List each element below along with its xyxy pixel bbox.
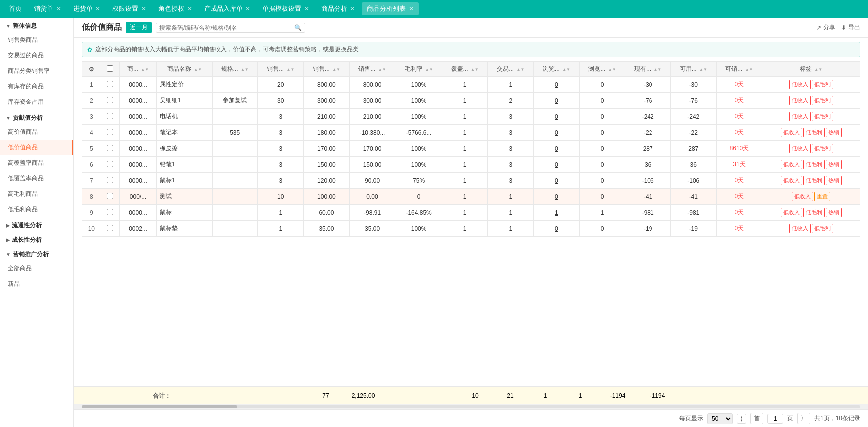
scroll-thumb[interactable] <box>82 405 237 408</box>
sidebar-group-overall[interactable]: ▼ 整体信息 <box>0 18 73 32</box>
sidebar-group-growth[interactable]: ▶ 成长性分析 <box>0 232 73 246</box>
view1-link[interactable]: 0 <box>555 161 558 168</box>
row-checkbox[interactable] <box>107 225 113 231</box>
view1-link[interactable]: 0 <box>555 97 558 104</box>
col-sales-avg[interactable]: 销售... ▲▼ <box>349 62 395 77</box>
row-view1[interactable]: 0 <box>534 93 580 109</box>
sort-code[interactable]: ▲▼ <box>141 67 149 72</box>
sort-available[interactable]: ▲▼ <box>699 67 707 72</box>
sort-tag[interactable]: ▲▼ <box>814 67 822 72</box>
sidebar-group-flow[interactable]: ▶ 流通性分析 <box>0 217 73 232</box>
row-view1[interactable]: 0 <box>534 109 580 125</box>
row-view1[interactable]: 0 <box>534 77 580 93</box>
sidebar-item-high-margin[interactable]: 高毛利商品 <box>0 186 73 202</box>
nav-home[interactable]: 首页 <box>4 2 27 15</box>
sidebar-group-contribution[interactable]: ▼ 贡献值分析 <box>0 110 73 124</box>
scroll-track[interactable] <box>82 405 860 408</box>
row-view1[interactable]: 0 <box>534 141 580 157</box>
col-sales-amt[interactable]: 销售... ▲▼ <box>304 62 350 77</box>
col-view1[interactable]: 浏览... ▲▼ <box>534 62 580 77</box>
sidebar-item-sales-products[interactable]: 销售类商品 <box>0 32 73 48</box>
view1-link[interactable]: 0 <box>555 225 558 232</box>
row-check-cell[interactable] <box>101 157 119 173</box>
sort-gross-rate[interactable]: ▲▼ <box>425 67 433 72</box>
view1-link[interactable]: 0 <box>555 129 558 136</box>
row-view1[interactable]: 1 <box>534 205 580 221</box>
col-view2[interactable]: 浏览... ▲▼ <box>579 62 625 77</box>
sort-view1[interactable]: ▲▼ <box>562 67 570 72</box>
row-view1[interactable]: 0 <box>534 173 580 189</box>
nav-permission[interactable]: 权限设置 ✕ <box>107 2 151 15</box>
sidebar-item-all-products[interactable]: 全部商品 <box>0 261 73 276</box>
nav-close-sales[interactable]: ✕ <box>56 5 61 12</box>
row-check-cell[interactable] <box>101 221 119 237</box>
sort-sellable[interactable]: ▲▼ <box>745 67 753 72</box>
col-sales-qty[interactable]: 销售... ▲▼ <box>258 62 304 77</box>
nav-close-analysis-list[interactable]: ✕ <box>409 5 414 12</box>
col-trade[interactable]: 交易... ▲▼ <box>488 62 534 77</box>
sort-sales-qty[interactable]: ▲▼ <box>287 67 295 72</box>
row-checkbox[interactable] <box>107 193 113 199</box>
row-checkbox[interactable] <box>107 145 113 151</box>
row-checkbox[interactable] <box>107 161 113 167</box>
row-checkbox[interactable] <box>107 97 113 103</box>
nav-analysis[interactable]: 商品分析 ✕ <box>316 2 360 15</box>
select-all-checkbox[interactable] <box>107 65 113 72</box>
nav-close-template[interactable]: ✕ <box>304 5 309 12</box>
sort-spec[interactable]: ▲▼ <box>241 67 249 72</box>
row-view1[interactable]: 0 <box>534 221 580 237</box>
sidebar-item-traded-products[interactable]: 交易过的商品 <box>0 48 73 63</box>
sidebar-item-new-products[interactable]: 新品 <box>0 276 73 292</box>
row-checkbox[interactable] <box>107 209 113 215</box>
sort-trade[interactable]: ▲▼ <box>517 67 525 72</box>
col-stock[interactable]: 现有... ▲▼ <box>625 62 671 77</box>
nav-close-permission[interactable]: ✕ <box>141 5 146 12</box>
col-tag[interactable]: 标签 ▲▼ <box>762 62 860 77</box>
row-view1[interactable]: 0 <box>534 125 580 141</box>
search-input[interactable] <box>159 24 294 31</box>
row-check-cell[interactable] <box>101 125 119 141</box>
sidebar-item-low-coverage[interactable]: 低覆盖率商品 <box>0 171 73 186</box>
row-check-cell[interactable] <box>101 141 119 157</box>
row-check-cell[interactable] <box>101 189 119 205</box>
row-checkbox[interactable] <box>107 113 113 119</box>
col-gross-rate[interactable]: 毛利率 ▲▼ <box>395 62 442 77</box>
view1-link[interactable]: 0 <box>555 113 558 120</box>
nav-analysis-list[interactable]: 商品分析列表 ✕ <box>362 2 419 15</box>
nav-template[interactable]: 单据模板设置 ✕ <box>257 2 314 15</box>
nav-role[interactable]: 角色授权 ✕ <box>153 2 197 15</box>
sort-sales-amt[interactable]: ▲▼ <box>332 67 340 72</box>
view1-link[interactable]: 0 <box>555 81 558 88</box>
row-check-cell[interactable] <box>101 173 119 189</box>
footer-scroll[interactable] <box>74 404 868 409</box>
sidebar-item-low-value[interactable]: 低价值商品 <box>0 140 73 155</box>
per-page-select[interactable]: 50 100 200 <box>707 413 733 424</box>
nav-close-produce[interactable]: ✕ <box>245 5 250 12</box>
sidebar-item-category-rate[interactable]: 商品分类销售率 <box>0 63 73 79</box>
col-name[interactable]: 商品名称 ▲▼ <box>157 62 213 77</box>
row-check-cell[interactable] <box>101 109 119 125</box>
row-view1[interactable]: 0 <box>534 157 580 173</box>
view1-link[interactable]: 0 <box>555 177 558 184</box>
nav-purchase[interactable]: 进货单 ✕ <box>68 2 106 15</box>
table-container[interactable]: ⚙ 商... ▲▼ 商品名称 ▲▼ 规格... ▲▼ 销售... ▲▼ 销售..… <box>74 61 868 386</box>
nav-close-role[interactable]: ✕ <box>187 5 192 12</box>
col-check[interactable] <box>101 62 119 77</box>
filter-recent-month[interactable]: 近一月 <box>126 22 152 33</box>
nav-close-purchase[interactable]: ✕ <box>95 5 100 12</box>
sort-view2[interactable]: ▲▼ <box>608 67 616 72</box>
next-page-btn[interactable]: 〉 <box>797 413 810 424</box>
view1-link[interactable]: 0 <box>555 145 558 152</box>
sidebar-item-high-value[interactable]: 高价值商品 <box>0 124 73 140</box>
row-view1[interactable]: 0 <box>534 189 580 205</box>
sidebar-item-stocked[interactable]: 有库存的商品 <box>0 79 73 94</box>
row-checkbox[interactable] <box>107 129 113 135</box>
row-check-cell[interactable] <box>101 77 119 93</box>
col-spec[interactable]: 规格... ▲▼ <box>212 62 258 77</box>
col-available[interactable]: 可用... ▲▼ <box>670 62 716 77</box>
nav-close-analysis[interactable]: ✕ <box>350 5 355 12</box>
sort-stock[interactable]: ▲▼ <box>653 67 661 72</box>
first-page-btn[interactable]: ⟨ <box>737 414 746 424</box>
nav-produce[interactable]: 产成品入库单 ✕ <box>199 2 256 15</box>
view1-link[interactable]: 1 <box>555 209 558 216</box>
